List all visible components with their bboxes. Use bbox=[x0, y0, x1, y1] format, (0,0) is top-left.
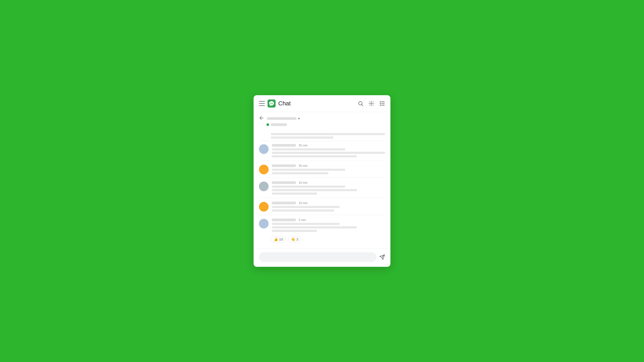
app-window: Chat bbox=[254, 95, 390, 267]
svg-line-5 bbox=[362, 105, 363, 106]
reaction-thumbsup[interactable]: 👍 10 bbox=[271, 236, 286, 242]
msg-line bbox=[272, 148, 345, 150]
avatar bbox=[259, 144, 269, 154]
settings-button[interactable] bbox=[368, 101, 374, 106]
msg-line bbox=[272, 155, 357, 157]
svg-rect-12 bbox=[383, 103, 385, 104]
message-block-1 bbox=[259, 131, 385, 141]
apps-button[interactable] bbox=[379, 101, 385, 106]
msg-line bbox=[272, 172, 328, 174]
input-area bbox=[254, 248, 390, 267]
msg-header-row: 5 min bbox=[272, 218, 385, 221]
avatar bbox=[259, 202, 269, 212]
sender-name-bar bbox=[272, 202, 296, 204]
chat-logo bbox=[268, 99, 276, 108]
msg-content: 5 min bbox=[272, 218, 385, 232]
status-text-bar bbox=[271, 123, 287, 126]
svg-rect-11 bbox=[382, 103, 383, 104]
svg-point-3 bbox=[272, 103, 273, 104]
msg-time: 5 min bbox=[299, 218, 306, 221]
sub-header: ▾ bbox=[254, 112, 390, 128]
header-left: Chat bbox=[259, 99, 358, 108]
msg-line bbox=[272, 186, 345, 188]
msg-line bbox=[272, 152, 385, 154]
svg-rect-10 bbox=[380, 103, 381, 104]
msg-content: 15 min bbox=[272, 181, 385, 195]
msg-line bbox=[272, 223, 340, 225]
send-button[interactable] bbox=[379, 254, 385, 260]
sender-name-bar bbox=[272, 219, 296, 221]
divider bbox=[259, 198, 385, 198]
msg-time: 25 min bbox=[299, 164, 308, 167]
msg-header-row: 25 min bbox=[272, 144, 385, 147]
contact-name-bar bbox=[267, 117, 297, 120]
svg-rect-7 bbox=[380, 101, 381, 102]
avatar bbox=[259, 182, 269, 191]
message-input[interactable] bbox=[259, 252, 376, 262]
svg-point-1 bbox=[270, 103, 271, 104]
divider bbox=[259, 215, 385, 215]
msg-line bbox=[271, 136, 334, 139]
msg-header-row: 10 min bbox=[272, 201, 385, 205]
back-button[interactable] bbox=[259, 115, 264, 122]
reaction-count: 3 bbox=[296, 237, 298, 241]
online-indicator bbox=[266, 123, 269, 126]
header: Chat bbox=[254, 95, 390, 112]
msg-line bbox=[272, 226, 357, 228]
msg-line bbox=[272, 193, 317, 195]
reaction-emoji: 👋 bbox=[291, 237, 295, 241]
header-title: Chat bbox=[278, 100, 291, 107]
messages-area: 25 min 25 min bbox=[254, 128, 390, 248]
hamburger-icon[interactable] bbox=[259, 101, 265, 106]
msg-content: 10 min bbox=[272, 201, 385, 212]
sub-header-row1: ▾ bbox=[259, 115, 385, 122]
reactions-row: 👍 10 👋 3 bbox=[259, 235, 385, 243]
svg-point-6 bbox=[371, 103, 372, 104]
svg-rect-13 bbox=[380, 105, 381, 106]
msg-line bbox=[272, 230, 317, 232]
msg-content: 25 min bbox=[272, 144, 385, 157]
search-button[interactable] bbox=[358, 101, 364, 106]
msg-header-row: 25 min bbox=[272, 164, 385, 167]
msg-line bbox=[272, 206, 340, 208]
avatar bbox=[259, 165, 269, 174]
message-block-4: 15 min bbox=[259, 178, 385, 197]
divider bbox=[259, 178, 385, 178]
msg-line bbox=[272, 189, 357, 191]
divider bbox=[259, 161, 385, 161]
sender-name-bar bbox=[272, 164, 296, 167]
svg-rect-14 bbox=[382, 105, 383, 106]
message-block-2: 25 min bbox=[259, 141, 385, 160]
sender-name-bar bbox=[272, 144, 296, 147]
msg-time: 15 min bbox=[299, 181, 308, 184]
message-block-6: 5 min bbox=[259, 216, 385, 235]
msg-time: 10 min bbox=[299, 201, 308, 205]
status-row bbox=[259, 123, 385, 126]
reaction-emoji: 👍 bbox=[274, 237, 278, 241]
dropdown-icon[interactable]: ▾ bbox=[298, 117, 300, 120]
msg-line bbox=[272, 169, 345, 171]
svg-point-2 bbox=[271, 103, 272, 104]
header-icons bbox=[358, 101, 385, 106]
msg-content: 25 min bbox=[272, 164, 385, 174]
message-block-5: 10 min bbox=[259, 199, 385, 214]
svg-rect-9 bbox=[383, 101, 385, 102]
sender-name-bar bbox=[272, 181, 296, 184]
svg-rect-15 bbox=[383, 105, 385, 106]
reaction-wave[interactable]: 👋 3 bbox=[288, 236, 301, 242]
avatar bbox=[259, 219, 269, 228]
msg-line bbox=[271, 133, 385, 135]
msg-header-row: 15 min bbox=[272, 181, 385, 184]
msg-line bbox=[272, 209, 334, 212]
message-block-3: 25 min bbox=[259, 161, 385, 177]
svg-rect-8 bbox=[382, 101, 383, 102]
reaction-count: 10 bbox=[279, 237, 283, 241]
msg-time: 25 min bbox=[299, 144, 308, 147]
